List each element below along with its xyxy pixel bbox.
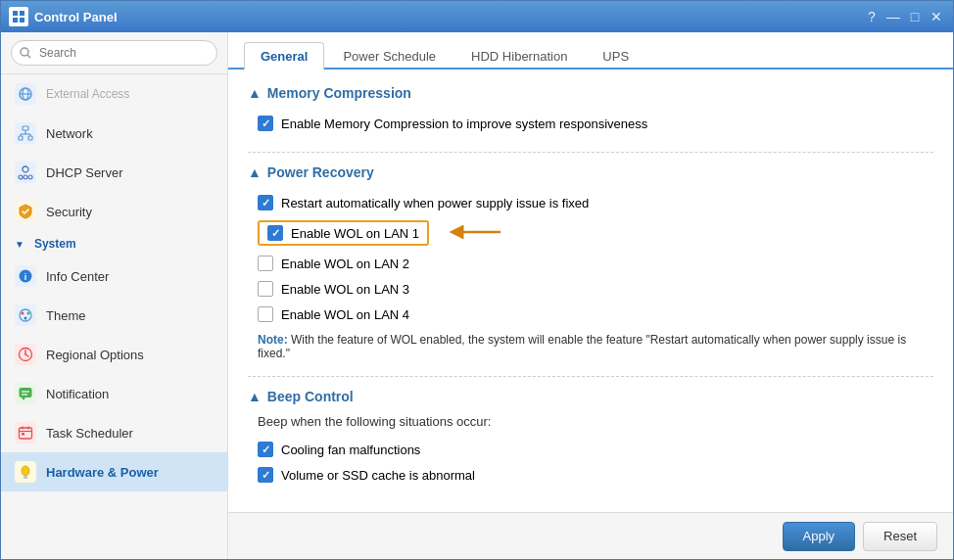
checkbox-wol-lan2[interactable] bbox=[258, 256, 273, 271]
sidebar-item-task-scheduler[interactable]: Task Scheduler bbox=[1, 413, 227, 452]
checkbox-wol-lan1[interactable] bbox=[267, 225, 283, 241]
tab-hdd-hibernation[interactable]: HDD Hibernation bbox=[454, 42, 584, 70]
chevron-down-icon: ▼ bbox=[15, 239, 24, 250]
arrow-annotation bbox=[447, 221, 505, 246]
minimize-button[interactable]: — bbox=[884, 8, 902, 25]
sidebar-item-dhcp[interactable]: DHCP Server bbox=[1, 153, 227, 192]
option-label: Enable WOL on LAN 3 bbox=[281, 282, 409, 297]
sidebar-item-label: Regional Options bbox=[46, 348, 144, 362]
info-icon: i bbox=[15, 265, 36, 287]
option-label: Volume or SSD cache is abnormal bbox=[281, 468, 475, 483]
chat-icon bbox=[15, 383, 36, 404]
app-icon bbox=[9, 7, 28, 26]
main-panel: General Power Schedule HDD Hibernation U… bbox=[228, 32, 953, 559]
option-cooling-fan: Cooling fan malfunctions bbox=[248, 437, 933, 462]
chevron-icon: ▲ bbox=[248, 85, 262, 101]
tab-general[interactable]: General bbox=[244, 42, 324, 70]
titlebar-title: Control Panel bbox=[34, 10, 118, 24]
svg-point-22 bbox=[27, 312, 30, 315]
sidebar-item-label: Notification bbox=[46, 387, 109, 401]
panel-content: ▲ Memory Compression Enable Memory Compr… bbox=[228, 70, 953, 512]
section-title: Memory Compression bbox=[267, 85, 411, 101]
close-button[interactable]: ✕ bbox=[928, 8, 945, 25]
network-icon bbox=[15, 122, 36, 144]
section-power-recovery: ▲ Power Recovery Restart automatically w… bbox=[248, 164, 933, 360]
maximize-button[interactable]: □ bbox=[906, 8, 924, 25]
section-memory-compression: ▲ Memory Compression Enable Memory Compr… bbox=[248, 85, 933, 136]
palette-icon bbox=[15, 304, 36, 326]
svg-point-17 bbox=[28, 175, 32, 179]
sidebar-item-label: Security bbox=[46, 205, 92, 219]
checkbox-restart-auto[interactable] bbox=[258, 195, 273, 210]
option-label: Restart automatically when power supply … bbox=[281, 196, 589, 210]
sidebar-item-network[interactable]: Network bbox=[1, 114, 227, 153]
sidebar: External Access Network DHCP Server bbox=[1, 32, 228, 559]
section-header-memory-compression[interactable]: ▲ Memory Compression bbox=[248, 85, 933, 101]
svg-line-26 bbox=[25, 354, 28, 356]
section-header-beep-control[interactable]: ▲ Beep Control bbox=[248, 389, 933, 404]
sidebar-item-notification[interactable]: Notification bbox=[1, 374, 227, 413]
power-recovery-note: Note: With the feature of WOL enabled, t… bbox=[248, 333, 933, 360]
option-label: Enable WOL on LAN 4 bbox=[281, 307, 409, 322]
sidebar-item-regional-options[interactable]: Regional Options bbox=[1, 335, 227, 374]
checkbox-volume-ssd[interactable] bbox=[258, 467, 273, 483]
titlebar: Control Panel ? — □ ✕ bbox=[1, 1, 953, 32]
svg-point-23 bbox=[24, 317, 27, 320]
tab-ups[interactable]: UPS bbox=[586, 42, 645, 70]
sidebar-section-system[interactable]: ▼ System bbox=[1, 231, 227, 257]
sidebar-item-external-access[interactable]: External Access bbox=[1, 74, 227, 114]
content-area: External Access Network DHCP Server bbox=[1, 32, 953, 559]
svg-rect-3 bbox=[20, 18, 24, 23]
reset-button[interactable]: Reset bbox=[863, 522, 937, 551]
option-wol-lan4: Enable WOL on LAN 4 bbox=[248, 302, 933, 327]
svg-rect-7 bbox=[23, 126, 28, 130]
sidebar-item-theme[interactable]: Theme bbox=[1, 296, 227, 335]
sidebar-item-label: DHCP Server bbox=[46, 165, 123, 180]
help-button[interactable]: ? bbox=[863, 8, 881, 25]
apply-button[interactable]: Apply bbox=[783, 522, 856, 551]
checkbox-cooling-fan[interactable] bbox=[258, 442, 273, 457]
section-beep-control: ▲ Beep Control Beep when the following s… bbox=[248, 389, 933, 488]
section-header-power-recovery[interactable]: ▲ Power Recovery bbox=[248, 164, 933, 180]
wol-lan1-highlighted: Enable WOL on LAN 1 bbox=[258, 220, 429, 246]
section-title: Power Recovery bbox=[267, 164, 374, 180]
sidebar-item-label: External Access bbox=[46, 87, 129, 101]
tab-power-schedule[interactable]: Power Schedule bbox=[326, 42, 453, 70]
divider-1 bbox=[248, 152, 933, 153]
option-restart-auto: Restart automatically when power supply … bbox=[248, 190, 933, 215]
control-panel-window: Control Panel ? — □ ✕ External Access bbox=[0, 0, 954, 560]
option-label: Cooling fan malfunctions bbox=[281, 443, 420, 457]
titlebar-left: Control Panel bbox=[9, 7, 118, 26]
svg-rect-30 bbox=[20, 428, 32, 439]
option-memory-compression: Enable Memory Compression to improve sys… bbox=[248, 111, 933, 136]
search-input[interactable] bbox=[11, 40, 217, 66]
chevron-icon: ▲ bbox=[248, 389, 262, 404]
sidebar-item-hardware-power[interactable]: Hardware & Power bbox=[1, 452, 227, 491]
sidebar-item-label: Hardware & Power bbox=[46, 465, 159, 480]
svg-point-35 bbox=[22, 466, 29, 476]
option-wol-lan3: Enable WOL on LAN 3 bbox=[248, 276, 933, 302]
sidebar-item-info-center[interactable]: i Info Center bbox=[1, 257, 227, 296]
option-label: Enable WOL on LAN 2 bbox=[281, 257, 409, 271]
sidebar-item-security[interactable]: Security bbox=[1, 192, 227, 231]
sidebar-item-label: Info Center bbox=[46, 269, 109, 284]
globe-icon bbox=[15, 83, 36, 105]
svg-rect-27 bbox=[20, 388, 32, 397]
beep-intro: Beep when the following situations occur… bbox=[248, 414, 933, 429]
option-wol-lan2: Enable WOL on LAN 2 bbox=[248, 251, 933, 276]
tabs-bar: General Power Schedule HDD Hibernation U… bbox=[228, 32, 953, 70]
svg-point-21 bbox=[22, 312, 24, 315]
svg-rect-8 bbox=[19, 136, 23, 140]
option-label: Enable Memory Compression to improve sys… bbox=[281, 117, 647, 131]
dhcp-icon bbox=[15, 162, 36, 183]
checkbox-wol-lan3[interactable] bbox=[258, 281, 273, 297]
option-label: Enable WOL on LAN 1 bbox=[291, 226, 419, 241]
checkbox-wol-lan4[interactable] bbox=[258, 306, 273, 322]
checkbox-enable-memory-compression[interactable] bbox=[258, 116, 273, 131]
note-text-content: With the feature of WOL enabled, the sys… bbox=[258, 333, 906, 360]
sidebar-item-label: Network bbox=[46, 126, 93, 141]
section-title: Beep Control bbox=[267, 389, 354, 404]
sidebar-section-label: System bbox=[34, 237, 76, 251]
sidebar-item-label: Task Scheduler bbox=[46, 426, 133, 441]
svg-point-16 bbox=[24, 175, 27, 179]
